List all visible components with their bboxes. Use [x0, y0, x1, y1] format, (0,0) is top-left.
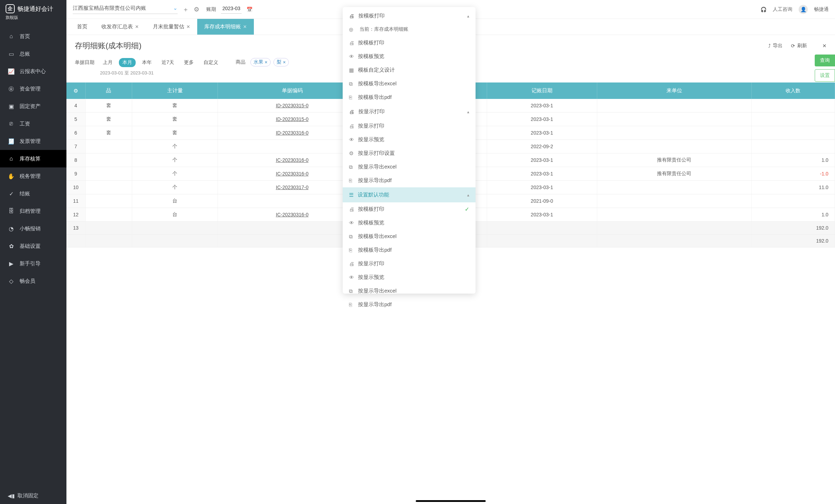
- cell-in-qty: 192.0: [751, 222, 835, 235]
- date-chips: 上月本月本年近7天更多自定义: [99, 58, 222, 67]
- period-label: 账期: [206, 6, 216, 13]
- sidebar-unpin[interactable]: ◀▮ 取消固定: [0, 488, 66, 504]
- pdf-icon: ⎘: [349, 94, 352, 100]
- menu-item-0-0[interactable]: 🖨按模板打印: [343, 36, 476, 50]
- consult-link[interactable]: 人工咨询: [773, 6, 792, 13]
- tab-label: 库存成本明细账: [204, 23, 241, 30]
- menu-item-2-4[interactable]: 🖨按显示打印: [343, 257, 476, 271]
- sidebar: 企 畅捷通好会计 旗舰版 ⌂首页▭总账📈云报表中心㊎资金管理▣固定资产⎚工资🧾发…: [0, 0, 66, 504]
- col-in-qty: 收入数: [751, 82, 835, 99]
- sidebar-item-label: 云报表中心: [20, 68, 46, 75]
- sidebar-item-13[interactable]: ▶新手引导: [0, 255, 66, 272]
- chart-icon: 📈: [8, 68, 15, 75]
- export-button[interactable]: ⤴ 导出: [768, 43, 783, 49]
- col-gear[interactable]: ⚙: [66, 82, 85, 99]
- close-icon[interactable]: ✕: [243, 24, 247, 29]
- menu-item-2-1[interactable]: 👁按模板预览: [343, 216, 476, 230]
- menu-item-0-2[interactable]: ▦模板自定义设计: [343, 63, 476, 77]
- date-chip-2[interactable]: 本年: [138, 58, 155, 67]
- cell-unit: [132, 235, 218, 247]
- menu-item-1-1[interactable]: 👁按显示预览: [343, 133, 476, 146]
- calendar-icon[interactable]: 📅: [247, 7, 252, 12]
- menu-item-2-0[interactable]: 🖨按模板打印✓: [343, 202, 476, 216]
- menu-item-label: 按模板打印: [358, 206, 384, 213]
- period-value[interactable]: 2023-03: [221, 5, 242, 14]
- product-chip-1[interactable]: 梨 ×: [273, 58, 289, 66]
- menu-item-0-1[interactable]: 👁按模板预览: [343, 50, 476, 63]
- sidebar-item-14[interactable]: ◇畅会员: [0, 272, 66, 290]
- product-chip-0[interactable]: 水果 ×: [250, 58, 271, 66]
- sidebar-item-5[interactable]: ⎚工资: [0, 115, 66, 132]
- date-chip-3[interactable]: 近7天: [158, 58, 178, 67]
- menu-item-2-3[interactable]: ⎘按模板导出pdf: [343, 243, 476, 257]
- service-icon: ◇: [8, 278, 15, 285]
- gear-icon[interactable]: ⚙: [194, 6, 199, 13]
- sidebar-item-6[interactable]: 🧾发票管理: [0, 132, 66, 150]
- menu-item-1-3[interactable]: ⧉按显示导出excel: [343, 160, 476, 174]
- cell-product: [85, 181, 132, 194]
- cell-unit: 套: [132, 113, 218, 126]
- menu-item-2-7[interactable]: ⎘按显示导出pdf: [343, 298, 476, 311]
- menu-item-label: 按模板导出pdf: [358, 247, 392, 253]
- menu-item-0-3[interactable]: ⧉按模板导出excel: [343, 77, 476, 91]
- date-chip-5[interactable]: 自定义: [200, 58, 222, 67]
- main: 江西服宝精品有限责任公司内账 ⌄ ＋ ⚙ 账期 2023-03 📅 🎧 人工咨询…: [66, 0, 835, 504]
- cell-product: 套: [85, 99, 132, 113]
- add-icon[interactable]: ＋: [183, 5, 189, 14]
- avatar[interactable]: 👤: [799, 5, 808, 14]
- sidebar-item-label: 首页: [20, 33, 30, 40]
- menu-section-1[interactable]: 🖨按显示打印▴: [343, 104, 476, 119]
- menu-item-1-4[interactable]: ⎘按显示导出pdf: [343, 174, 476, 187]
- sidebar-item-label: 小畅报销: [20, 225, 41, 232]
- menu-item-2-2[interactable]: ⧉按模板导出excel: [343, 230, 476, 243]
- menu-item-0-4[interactable]: ⎘按模板导出pdf: [343, 91, 476, 104]
- company-selector[interactable]: 江西服宝精品有限责任公司内账 ⌄: [73, 5, 178, 14]
- excel-icon: ⧉: [349, 164, 353, 170]
- home-indicator: [416, 500, 486, 502]
- section-icon: 🖨: [349, 109, 354, 115]
- menu-item-1-0[interactable]: 🖨按显示打印: [343, 119, 476, 133]
- menu-item-2-5[interactable]: 👁按显示预览: [343, 271, 476, 284]
- sidebar-item-4[interactable]: ▣固定资产: [0, 98, 66, 115]
- tab-1[interactable]: 收发存汇总表✕: [94, 19, 146, 35]
- sidebar-item-8[interactable]: ✋税务管理: [0, 167, 66, 185]
- menu-item-2-6[interactable]: ⧉按显示导出excel: [343, 284, 476, 298]
- col-source-unit: 来单位: [597, 82, 751, 99]
- sidebar-item-11[interactable]: ◔小畅报销: [0, 220, 66, 237]
- sidebar-item-2[interactable]: 📈云报表中心: [0, 63, 66, 80]
- close-icon[interactable]: ✕: [186, 24, 190, 29]
- cell-in-qty: [751, 194, 835, 208]
- date-chip-0[interactable]: 上月: [99, 58, 116, 67]
- filter-date-range: 2023-03-01 至 2023-03-31: [100, 70, 222, 76]
- close-icon[interactable]: ×: [265, 59, 267, 65]
- tab-2[interactable]: 月末批量暂估✕: [146, 19, 197, 35]
- print-menu[interactable]: 🖨按模板打印▴◎当前：库存成本明细账🖨按模板打印👁按模板预览▦模板自定义设计⧉按…: [343, 7, 476, 294]
- menu-section-2[interactable]: ☰设置默认功能▴: [343, 187, 476, 202]
- sidebar-item-3[interactable]: ㊎资金管理: [0, 80, 66, 98]
- cell-unit: [132, 222, 218, 235]
- close-icon[interactable]: ✕: [135, 24, 139, 29]
- sidebar-item-9[interactable]: ✓结账: [0, 185, 66, 202]
- refresh-button[interactable]: ⟳ 刷新: [791, 43, 807, 49]
- cell-unit: 个: [132, 140, 218, 153]
- sidebar-item-12[interactable]: ✿基础设置: [0, 237, 66, 255]
- sidebar-item-10[interactable]: 🗄归档管理: [0, 202, 66, 220]
- report-icon: ◔: [8, 225, 15, 232]
- date-chip-1[interactable]: 本月: [119, 58, 136, 67]
- sidebar-item-7[interactable]: ⌂库存核算: [0, 150, 66, 167]
- asset-icon: ▣: [8, 103, 15, 110]
- close-icon[interactable]: ×: [283, 59, 286, 65]
- row-no: 12: [66, 208, 85, 222]
- sidebar-item-0[interactable]: ⌂首页: [0, 28, 66, 45]
- date-chip-4[interactable]: 更多: [180, 58, 197, 67]
- cell-source: [597, 194, 751, 208]
- tab-0[interactable]: 首页: [70, 19, 94, 35]
- close-panel-button[interactable]: ✕: [822, 43, 827, 49]
- query-button[interactable]: 查询: [815, 55, 835, 66]
- menu-head-template[interactable]: 🖨按模板打印▴: [343, 9, 476, 23]
- sidebar-item-1[interactable]: ▭总账: [0, 45, 66, 63]
- settings-button[interactable]: 设置: [815, 69, 835, 82]
- sidebar-item-label: 库存核算: [20, 156, 41, 162]
- tab-3[interactable]: 库存成本明细账✕: [197, 19, 254, 35]
- menu-item-1-2[interactable]: ⚙按显示打印设置: [343, 146, 476, 160]
